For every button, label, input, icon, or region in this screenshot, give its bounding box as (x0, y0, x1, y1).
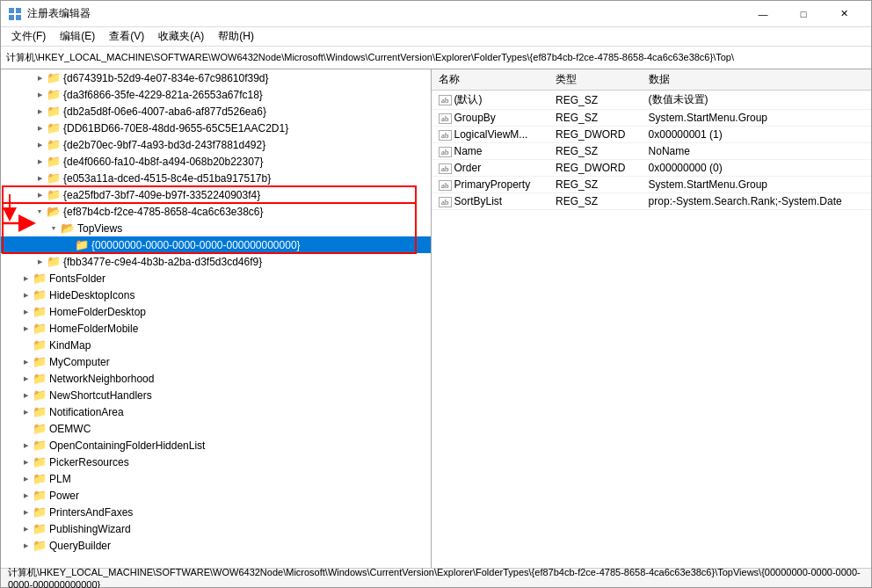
expand-PublishingWizard[interactable] (18, 522, 33, 536)
tree-item-ea25fbd7[interactable]: 📁 {ea25fbd7-3bf7-409e-b97f-3352240903f4} (1, 186, 431, 203)
cell-type: REG_SZ (549, 193, 642, 210)
expand-PickerResources[interactable] (18, 455, 33, 469)
address-path[interactable]: 计算机\HKEY_LOCAL_MACHINE\SOFTWARE\WOW6432N… (6, 51, 734, 64)
tree-item-OEMWC[interactable]: 📁 OEMWC (1, 420, 431, 437)
tree-label-ef87b4cb: {ef87b4cb-f2ce-4785-8658-4ca6c63e38c6} (63, 206, 264, 218)
table-row[interactable]: ab(默认)REG_SZ(数值未设置) (432, 91, 871, 110)
col-header-data[interactable]: 数据 (642, 69, 871, 91)
tree-item-Power[interactable]: 📁 Power (1, 487, 431, 504)
expand-de2b70ec[interactable] (33, 138, 47, 152)
folder-icon-PublishingWizard: 📁 (33, 522, 47, 536)
tree-item-MyComputer[interactable]: 📁 MyComputer (1, 353, 431, 370)
cell-data: prop:-System.Search.Rank;-System.Date (642, 193, 871, 210)
tree-item-de4f0660[interactable]: 📁 {de4f0660-fa10-4b8f-a494-068b20b22307} (1, 153, 431, 170)
tree-item-QueryBuilder[interactable]: 📁 QueryBuilder (1, 537, 431, 554)
expand-OpenContaining[interactable] (18, 439, 33, 453)
expand-QueryBuilder[interactable] (18, 539, 33, 553)
expand-fbb3477e[interactable] (33, 255, 47, 269)
tree-item-NetworkNeighborhood[interactable]: 📁 NetworkNeighborhood (1, 370, 431, 387)
tree-pane[interactable]: 📁 {d674391b-52d9-4e07-834e-67c98610f39d}… (1, 69, 432, 568)
expand-HideDesktopIcons[interactable] (18, 288, 33, 302)
tree-item-d674391b[interactable]: 📁 {d674391b-52d9-4e07-834e-67c98610f39d} (1, 69, 431, 86)
table-row[interactable]: abNameREG_SZNoName (432, 143, 871, 160)
table-row[interactable]: abSortByListREG_SZprop:-System.Search.Ra… (432, 193, 871, 210)
menu-favorites[interactable]: 收藏夹(A) (151, 27, 211, 46)
expand-d674391b[interactable] (33, 71, 47, 85)
table-row[interactable]: abLogicalViewM...REG_DWORD0x00000001 (1) (432, 127, 871, 143)
table-row[interactable]: abGroupByREG_SZSystem.StartMenu.Group (432, 110, 871, 127)
tree-label-ea25fbd7: {ea25fbd7-3bf7-409e-b97f-3352240903f4} (63, 189, 260, 201)
tree-item-DD61BD66[interactable]: 📁 {DD61BD66-70E8-48dd-9655-65C5E1AAC2D1} (1, 120, 431, 136)
expand-ef87b4cb[interactable] (33, 205, 47, 219)
tree-item-db2a5d8f[interactable]: 📁 {db2a5d8f-06e6-4007-aba6-af877d526ea6} (1, 103, 431, 120)
tree-item-NewShortcutHandlers[interactable]: 📁 NewShortcutHandlers (1, 387, 431, 403)
expand-db2a5d8f[interactable] (33, 105, 47, 119)
expand-TopViews[interactable] (47, 221, 61, 236)
expand-de4f0660[interactable] (33, 155, 47, 169)
tree-item-PublishingWizard[interactable]: 📁 PublishingWizard (1, 520, 431, 537)
expand-HomeFolderDesktop[interactable] (18, 305, 33, 319)
tree-label-PLM: PLM (49, 473, 71, 485)
expand-PLM[interactable] (18, 472, 33, 486)
menu-file[interactable]: 文件(F) (4, 27, 53, 46)
col-header-type[interactable]: 类型 (549, 69, 642, 91)
expand-e053a11a[interactable] (33, 171, 47, 185)
table-row[interactable]: abPrimaryPropertyREG_SZSystem.StartMenu.… (432, 177, 871, 193)
tree-item-HideDesktopIcons[interactable]: 📁 HideDesktopIcons (1, 287, 431, 303)
table-row[interactable]: abOrderREG_DWORD0x00000000 (0) (432, 160, 871, 177)
tree-item-PrintersAndFaxes[interactable]: 📁 PrintersAndFaxes (1, 504, 431, 520)
tree-label-FontsFolder: FontsFolder (49, 272, 105, 285)
tree-item-de2b70ec[interactable]: 📁 {de2b70ec-9bf7-4a93-bd3d-243f7881d492} (1, 136, 431, 153)
tree-item-ef87b4cb[interactable]: 📂 {ef87b4cb-f2ce-4785-8658-4ca6c63e38c6} (1, 203, 431, 220)
tree-item-TopViews[interactable]: 📂 TopViews (1, 220, 431, 236)
svg-rect-2 (9, 15, 14, 20)
minimize-button[interactable]: — (743, 1, 783, 27)
tree-item-fbb3477e[interactable]: 📁 {fbb3477e-c9e4-4b3b-a2ba-d3f5d3cd46f9} (1, 253, 431, 270)
expand-NotificationArea[interactable] (18, 405, 33, 419)
expand-DD61BD66[interactable] (33, 121, 47, 135)
tree-item-NotificationArea[interactable]: 📁 NotificationArea (1, 403, 431, 420)
folder-icon-db2a5d8f: 📁 (47, 105, 61, 119)
folder-icon-PickerResources: 📁 (33, 455, 47, 469)
folder-icon-Power: 📁 (33, 489, 47, 503)
tree-label-NewShortcutHandlers: NewShortcutHandlers (49, 389, 152, 402)
registry-values-table[interactable]: 名称 类型 数据 ab(默认)REG_SZ(数值未设置)abGroupByREG… (432, 69, 871, 568)
tree-item-OpenContaining[interactable]: 📁 OpenContainingFolderHiddenList (1, 437, 431, 454)
folder-icon-HideDesktopIcons: 📁 (33, 288, 47, 302)
tree-item-HomeFolderMobile[interactable]: 📁 HomeFolderMobile (1, 320, 431, 337)
cell-name: abPrimaryProperty (432, 177, 549, 193)
tree-item-e053a11a[interactable]: 📁 {e053a11a-dced-4515-8c4e-d51ba917517b} (1, 170, 431, 186)
menu-help[interactable]: 帮助(H) (211, 27, 261, 46)
tree-item-KindMap[interactable]: 📁 KindMap (1, 337, 431, 353)
tree-label-de4f0660: {de4f0660-fa10-4b8f-a494-068b20b22307} (63, 156, 264, 168)
folder-icon-ea25fbd7: 📁 (47, 188, 61, 202)
tree-item-da3f6866[interactable]: 📁 {da3f6866-35fe-4229-821a-26553a67fc18} (1, 86, 431, 103)
folder-icon-NewShortcutHandlers: 📁 (33, 388, 47, 403)
col-header-name[interactable]: 名称 (432, 69, 549, 91)
tree-item-PLM[interactable]: 📁 PLM (1, 470, 431, 487)
expand-NetworkNeighborhood[interactable] (18, 372, 33, 386)
expand-ea25fbd7[interactable] (33, 188, 47, 202)
tree-item-FontsFolder[interactable]: 📁 FontsFolder (1, 270, 431, 287)
tree-label-NotificationArea: NotificationArea (49, 406, 124, 418)
expand-MyComputer[interactable] (18, 355, 33, 369)
tree-item-PickerResources[interactable]: 📁 PickerResources (1, 454, 431, 470)
tree-item-00000000[interactable]: 📁 {00000000-0000-0000-0000-000000000000} (1, 236, 431, 253)
menu-edit[interactable]: 编辑(E) (53, 27, 102, 46)
maximize-button[interactable]: □ (783, 1, 824, 27)
tree-label-HomeFolderDesktop: HomeFolderDesktop (49, 306, 146, 318)
folder-icon-d674391b: 📁 (47, 71, 61, 85)
expand-Power[interactable] (18, 489, 33, 503)
folder-icon-QueryBuilder: 📁 (33, 539, 47, 553)
tree-label-d674391b: {d674391b-52d9-4e07-834e-67c98610f39d} (63, 72, 269, 84)
expand-PrintersAndFaxes[interactable] (18, 505, 33, 519)
expand-da3f6866[interactable] (33, 88, 47, 102)
menu-view[interactable]: 查看(V) (102, 27, 151, 46)
tree-item-HomeFolderDesktop[interactable]: 📁 HomeFolderDesktop (1, 303, 431, 320)
registry-editor-window: 注册表编辑器 — □ ✕ 文件(F) 编辑(E) 查看(V) 收藏夹(A) 帮助… (0, 0, 872, 588)
cell-data: NoName (642, 143, 871, 160)
close-button[interactable]: ✕ (824, 1, 864, 27)
expand-FontsFolder[interactable] (18, 272, 33, 286)
expand-NewShortcutHandlers[interactable] (18, 388, 33, 403)
expand-HomeFolderMobile[interactable] (18, 322, 33, 336)
